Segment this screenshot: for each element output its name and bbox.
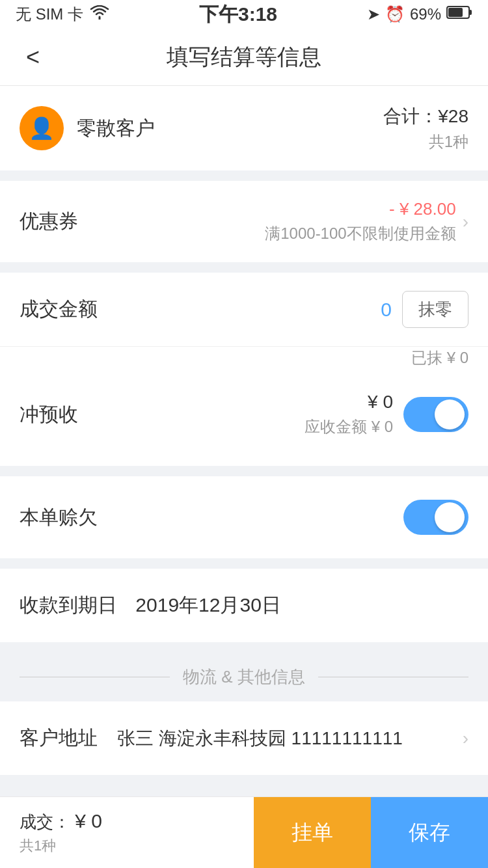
no-sim-text: 无 SIM 卡 bbox=[16, 4, 83, 25]
coupon-row[interactable]: 优惠券 - ¥ 28.00 满1000-100不限制使用金额 › bbox=[0, 181, 488, 262]
deal-amount-right: 0 抹零 bbox=[381, 291, 468, 328]
due-date-label: 收款到期日 bbox=[20, 594, 117, 616]
debt-toggle-knob bbox=[435, 502, 465, 532]
alarm-icon: ⏰ bbox=[385, 5, 405, 23]
save-button[interactable]: 保存 bbox=[371, 797, 488, 868]
debt-section: 本单赊欠 bbox=[0, 476, 488, 558]
status-bar: 无 SIM 卡 下午3:18 ➤ ⏰ 69% bbox=[0, 0, 488, 29]
prepay-right: ¥ 0 应收金额 ¥ 0 bbox=[305, 392, 468, 437]
logistics-line-left bbox=[20, 677, 170, 677]
customer-row: 👤 零散客户 合计：¥28 共1种 bbox=[0, 86, 488, 170]
due-date-value: 2019年12月30日 bbox=[135, 594, 280, 616]
spacer bbox=[0, 455, 488, 466]
bottom-deal-amount: ¥ 0 bbox=[75, 810, 102, 832]
coupon-description: 满1000-100不限制使用金额 bbox=[265, 223, 455, 244]
deal-amount-value[interactable]: 0 bbox=[381, 299, 392, 321]
total-amount: 合计：¥28 bbox=[383, 104, 468, 129]
prepay-toggle-knob bbox=[435, 400, 465, 429]
svg-rect-2 bbox=[448, 8, 463, 17]
logistics-label: 物流 & 其他信息 bbox=[183, 666, 305, 688]
battery-text: 69% bbox=[410, 5, 441, 23]
status-time: 下午3:18 bbox=[199, 1, 277, 28]
customer-left: 👤 零散客户 bbox=[20, 106, 155, 150]
debt-toggle[interactable] bbox=[403, 500, 468, 535]
customer-right: 合计：¥28 共1种 bbox=[383, 104, 468, 152]
svg-rect-1 bbox=[469, 10, 472, 15]
debt-row: 本单赊欠 bbox=[0, 476, 488, 558]
deal-amount-label: 成交金额 bbox=[20, 296, 98, 323]
address-row[interactable]: 客户地址 张三 海淀永丰科技园 11111111111 › bbox=[0, 701, 488, 775]
prepay-values: ¥ 0 应收金额 ¥ 0 bbox=[305, 392, 393, 437]
prepay-toggle[interactable] bbox=[403, 397, 468, 432]
customer-name: 零散客户 bbox=[77, 115, 155, 142]
logistics-header: 物流 & 其他信息 bbox=[0, 653, 488, 701]
battery-icon bbox=[446, 5, 472, 23]
logistics-line-right bbox=[318, 677, 468, 677]
coupon-right: - ¥ 28.00 满1000-100不限制使用金额 › bbox=[265, 199, 468, 244]
coupon-discount: - ¥ 28.00 bbox=[265, 199, 455, 219]
address-section: 客户地址 张三 海淀永丰科技园 11111111111 › bbox=[0, 701, 488, 775]
bottom-deal-label: 成交： bbox=[20, 812, 70, 832]
wifi-icon bbox=[90, 5, 109, 23]
coupon-section: 优惠券 - ¥ 28.00 满1000-100不限制使用金额 › bbox=[0, 181, 488, 262]
prepay-sublabel: 应收金额 ¥ 0 bbox=[305, 416, 393, 437]
prepay-label: 冲预收 bbox=[20, 401, 78, 428]
avatar-icon: 👤 bbox=[29, 116, 55, 141]
already-rounded: 已抹 ¥ 0 bbox=[0, 347, 488, 381]
prepay-row: 冲预收 ¥ 0 应收金额 ¥ 0 bbox=[0, 381, 488, 455]
address-chevron-icon: › bbox=[463, 728, 468, 749]
location-icon: ➤ bbox=[367, 5, 380, 23]
status-right: ➤ ⏰ 69% bbox=[367, 5, 472, 23]
bottom-deal-row: 成交： ¥ 0 bbox=[20, 810, 234, 834]
back-button[interactable]: < bbox=[20, 37, 46, 77]
already-rounded-text: 已抹 ¥ 0 bbox=[411, 349, 468, 366]
total-count: 共1种 bbox=[383, 131, 468, 152]
prepay-amount: ¥ 0 bbox=[305, 392, 393, 413]
deal-amount-row: 成交金额 0 抹零 bbox=[0, 273, 488, 347]
bottom-count: 共1种 bbox=[20, 836, 234, 856]
coupon-chevron-icon: › bbox=[463, 211, 468, 232]
address-label: 客户地址 bbox=[20, 725, 98, 752]
hold-button-label: 挂单 bbox=[291, 819, 333, 847]
bottom-info: 成交： ¥ 0 共1种 bbox=[0, 797, 254, 868]
save-button-label: 保存 bbox=[409, 819, 450, 847]
debt-label: 本单赊欠 bbox=[20, 504, 98, 531]
nav-bar: < 填写结算等信息 bbox=[0, 29, 488, 86]
page-title: 填写结算等信息 bbox=[167, 42, 321, 72]
amount-section: 成交金额 0 抹零 已抹 ¥ 0 冲预收 ¥ 0 应收金额 ¥ 0 bbox=[0, 273, 488, 466]
due-date-section: 收款到期日 2019年12月30日 bbox=[0, 569, 488, 642]
coupon-values: - ¥ 28.00 满1000-100不限制使用金额 bbox=[265, 199, 455, 244]
round-zero-button[interactable]: 抹零 bbox=[402, 291, 468, 328]
content: 👤 零散客户 合计：¥28 共1种 优惠券 - ¥ 28.00 满1000-10… bbox=[0, 86, 488, 863]
avatar: 👤 bbox=[20, 106, 64, 150]
address-value: 张三 海淀永丰科技园 11111111111 bbox=[117, 726, 463, 751]
coupon-label: 优惠券 bbox=[20, 208, 78, 235]
hold-button[interactable]: 挂单 bbox=[254, 797, 371, 868]
bottom-bar: 成交： ¥ 0 共1种 挂单 保存 bbox=[0, 796, 488, 868]
status-left: 无 SIM 卡 bbox=[16, 4, 109, 25]
